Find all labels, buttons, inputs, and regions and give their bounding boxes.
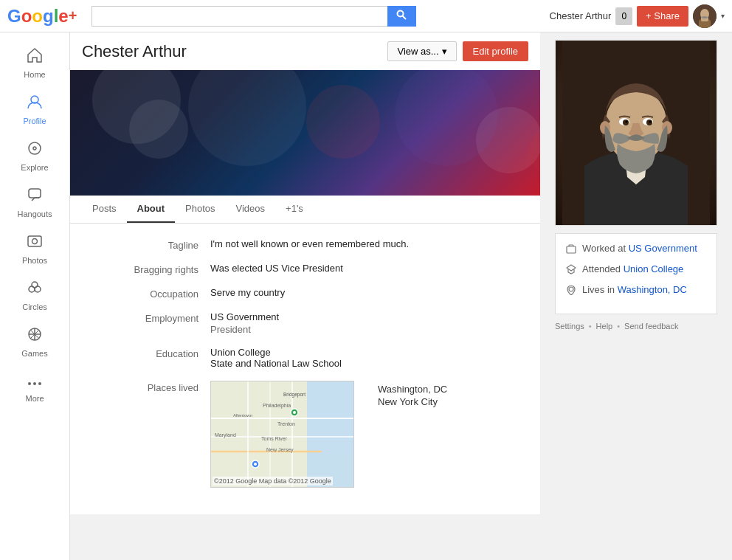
svg-text:Toms River: Toms River (261, 436, 288, 441)
sidebar-label-circles: Circles (22, 303, 47, 311)
svg-text:Allentown: Allentown (233, 413, 252, 418)
footer-dot-2: • (617, 322, 620, 331)
location-icon (566, 285, 576, 297)
bragging-row: Bragging rights Was elected US Vice Pres… (92, 263, 540, 275)
education-info-text: Attended Union College (582, 263, 683, 274)
education-info-row: Attended Union College (566, 263, 706, 277)
education-icon (566, 264, 576, 277)
more-icon (27, 373, 43, 392)
share-button[interactable]: + Share (637, 6, 688, 27)
sidebar-item-hangouts[interactable]: Hangouts (0, 179, 69, 226)
sidebar: Home Profile Explore Hangouts Photos (0, 32, 70, 560)
sidebar-item-games[interactable]: Games (0, 319, 69, 365)
location-info-text: Lives in Washington, DC (582, 284, 687, 295)
sidebar-label-explore: Explore (21, 163, 48, 172)
footer-feedback[interactable]: Send feedback (624, 322, 678, 331)
svg-point-44 (293, 411, 296, 414)
occupation-label: Occupation (92, 287, 210, 300)
sidebar-label-home: Home (24, 70, 45, 79)
sidebar-item-explore[interactable]: Explore (0, 133, 69, 179)
employment-label: Employment (92, 311, 210, 335)
svg-text:Bridgeport: Bridgeport (283, 392, 305, 398)
sidebar-label-photos: Photos (22, 256, 47, 265)
employment-role: President (210, 324, 540, 335)
tagline-label: Tagline (92, 238, 210, 251)
photos-icon (27, 233, 43, 254)
attended-school[interactable]: Union College (624, 263, 684, 274)
right-wrapper: Worked at US Government Attended Union C… (548, 32, 725, 331)
profile-header: Chester Arthur View as... ▾ Edit profile (70, 32, 540, 70)
occupation-value: Serve my country (210, 287, 540, 300)
sidebar-item-more[interactable]: More (0, 365, 69, 410)
employment-row: Employment US Government President (92, 311, 540, 335)
profile-photo-card (555, 40, 717, 226)
avatar-button[interactable] (693, 4, 717, 28)
tabs: Posts About Photos Videos +1's (70, 196, 540, 224)
occupation-row: Occupation Serve my country (92, 287, 540, 300)
sidebar-label-games: Games (21, 349, 47, 358)
hangouts-icon (27, 187, 43, 207)
tab-photos[interactable]: Photos (175, 196, 225, 223)
work-info-text: Worked at US Government (582, 243, 697, 254)
right-panel: Worked at US Government Attended Union C… (540, 32, 732, 560)
map-container: Philadelphia Trenton Allentown Toms Rive… (210, 381, 354, 488)
education-row: Education Union College State and Nation… (92, 347, 540, 369)
google-plus-logo: Google+ (7, 6, 77, 27)
games-icon (27, 326, 43, 347)
lives-city[interactable]: Washington, DC (618, 284, 687, 295)
places-row: Places lived (92, 381, 540, 488)
sidebar-item-circles[interactable]: Circles (0, 272, 69, 319)
tab-plus1s[interactable]: +1's (275, 196, 314, 223)
tagline-row: Tagline I'm not well known or even remem… (92, 238, 540, 251)
svg-text:Philadelphia: Philadelphia (263, 403, 291, 409)
user-name: Chester Arthur (550, 10, 612, 21)
sidebar-item-profile[interactable]: Profile (0, 86, 69, 133)
work-org[interactable]: US Government (629, 243, 697, 254)
sidebar-item-photos[interactable]: Photos (0, 226, 69, 272)
tab-about[interactable]: About (127, 196, 176, 223)
footer-settings[interactable]: Settings (555, 322, 584, 331)
edit-profile-button[interactable]: Edit profile (463, 41, 528, 61)
search-box (92, 6, 416, 27)
svg-point-61 (569, 287, 573, 291)
profile-card: Chester Arthur View as... ▾ Edit profile (70, 32, 540, 514)
user-area: Chester Arthur 0 + Share ▾ (550, 4, 725, 28)
place-item-nyc: New York City (378, 396, 447, 407)
places-inner: Philadelphia Trenton Allentown Toms Rive… (210, 381, 540, 488)
sidebar-item-home[interactable]: Home (0, 40, 69, 86)
sidebar-label-hangouts: Hangouts (17, 210, 52, 218)
education-value: Union College State and National Law Sch… (210, 347, 540, 369)
info-card: Worked at US Government Attended Union C… (555, 233, 717, 314)
explore-icon (27, 140, 43, 161)
bragging-value: Was elected US Vice President (210, 263, 540, 275)
face-overlay (556, 41, 717, 225)
sidebar-label-more: More (25, 394, 44, 403)
svg-rect-11 (29, 189, 41, 198)
search-input[interactable] (92, 6, 387, 27)
svg-point-10 (33, 147, 36, 150)
work-info-row: Worked at US Government (566, 243, 706, 256)
bragging-label: Bragging rights (92, 263, 210, 275)
view-as-button[interactable]: View as... ▾ (387, 41, 456, 61)
svg-point-0 (398, 11, 404, 17)
circles-icon (27, 280, 43, 300)
place-item-dc: Washington, DC (378, 384, 447, 395)
main-content: Chester Arthur View as... ▾ Edit profile (70, 32, 540, 560)
tab-posts[interactable]: Posts (82, 196, 127, 223)
dropdown-arrow-icon[interactable]: ▾ (721, 12, 725, 20)
svg-line-1 (403, 16, 407, 20)
search-button[interactable] (387, 6, 417, 27)
svg-rect-12 (28, 236, 41, 246)
notification-button[interactable]: 0 (615, 7, 632, 25)
education-school2: State and National Law School (210, 358, 540, 369)
svg-text:Maryland: Maryland (215, 432, 236, 438)
svg-point-24 (38, 382, 41, 385)
profile-header-actions: View as... ▾ Edit profile (387, 41, 528, 61)
footer-help[interactable]: Help (596, 322, 613, 331)
tab-videos[interactable]: Videos (226, 196, 276, 223)
svg-point-46 (254, 463, 257, 466)
svg-point-57 (626, 121, 628, 123)
places-value: Philadelphia Trenton Allentown Toms Rive… (210, 381, 540, 488)
footer-links: Settings • Help • Send feedback (555, 322, 717, 331)
svg-point-58 (649, 121, 652, 123)
